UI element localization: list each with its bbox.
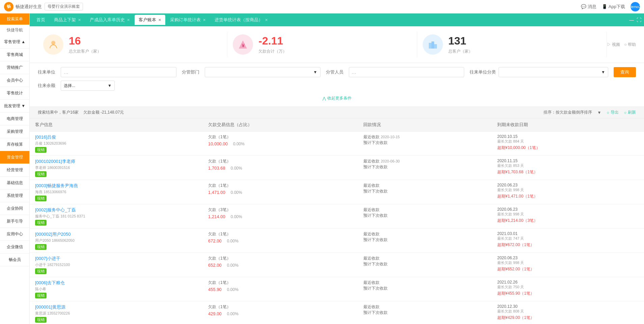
cell-customer-info: [000001]黄思源 黄思源 13552700226 现销 <box>30 301 203 324</box>
customer-contact: 陈小希 <box>35 287 197 292</box>
overdue-amount-link[interactable]: 超期¥1,214.00（3笔） <box>497 218 639 224</box>
customer-name-link[interactable]: [0016]吕俊 <box>35 134 197 140</box>
cell-due-date: 2020.06.23 最长欠款 998 天 超期¥652.00（1笔） <box>492 253 644 277</box>
customer-badge: 现销 <box>35 317 47 323</box>
owe-amount-value: 455.90 <box>208 287 222 292</box>
customer-name-link[interactable]: [0001020001]李老师 <box>35 158 197 165</box>
from-unit-input[interactable]: ... <box>61 67 176 77</box>
recover-next: 预计下次收款 <box>363 237 486 243</box>
customer-name-link[interactable]: [000001]黄思源 <box>35 304 197 310</box>
customer-name-link[interactable]: [0007]小进干 <box>35 256 197 262</box>
collapse-btn[interactable]: ⋀ 收起更多条件 <box>38 94 636 102</box>
overdue-amount-link[interactable]: 超期¥455.90（1笔） <box>497 291 639 296</box>
operations-label: 经营管理 <box>1 167 28 173</box>
sidebar-item-retail-mgmt[interactable]: 零售管理 ▲ <box>0 36 29 49</box>
video-btn[interactable]: ▷ 视频 <box>607 42 620 48</box>
recover-last: 最近收款 <box>363 304 486 310</box>
owe-amount-value: 1,471.00 <box>208 190 225 195</box>
recover-last: 最近收款 <box>363 183 486 188</box>
sidebar-item-inventory[interactable]: 库存核算 <box>0 138 29 151</box>
owe-percent: 0.00% <box>231 214 242 219</box>
tab-purchase-stats[interactable]: 采购订单统计表 ✕ <box>166 15 210 25</box>
query-btn[interactable]: 查询 <box>614 67 636 77</box>
next-payment-label: 预计下次收款 <box>363 237 388 242</box>
cell-recover: 最近收款 预计下次收款 <box>358 253 492 277</box>
sidebar-item-enterprise-wechat[interactable]: 企业微信 <box>0 241 29 254</box>
sidebar-item-marketing[interactable]: 营销推广 <box>0 61 29 74</box>
overdue-amount-link[interactable]: 超期¥1,703.68（1笔） <box>497 169 639 175</box>
svg-text:¥: ¥ <box>242 43 245 48</box>
owe-amount-value: 10,000.00 <box>208 141 228 146</box>
customer-name-link[interactable]: [0002]服务中心_丁磊 <box>35 207 197 213</box>
tab-home[interactable]: 首页 <box>32 15 49 25</box>
sidebar-item-app-center[interactable]: 应用中心 <box>0 228 29 241</box>
overdue-amount-link[interactable]: 超期¥672.00（1笔） <box>497 242 639 248</box>
dept-select[interactable]: ▼ <box>205 67 320 77</box>
tab-import-stats[interactable]: 进货单统计表（按商品） ✕ <box>211 15 272 25</box>
sidebar-item-system[interactable]: 系统管理 <box>0 189 29 202</box>
overdue-amount-link[interactable]: 超期¥652.00（1笔） <box>497 266 639 272</box>
sidebar-item-retail-store[interactable]: 零售商城 <box>0 49 29 61</box>
export-btn[interactable]: ○ 导出 <box>607 110 619 115</box>
cell-due-date: 2020.06.23 最长欠款 998 天 超期¥1,471.00（1笔） <box>492 180 644 204</box>
unit-class-select[interactable]: ▼ <box>499 67 608 77</box>
message-btn[interactable]: 💬 消息 <box>581 4 596 10</box>
owe-percent: 0.00% <box>227 239 239 243</box>
user-area[interactable]: demo2 <box>631 2 640 11</box>
store-selector[interactable]: 母婴行业演示账套 <box>45 3 83 10</box>
quick-nav-btn[interactable]: 快捷导航 <box>0 25 29 36</box>
tab-customer-account[interactable]: 客户账本 ✕ <box>135 15 165 25</box>
sidebar-item-retail-stats[interactable]: 零售统计 <box>0 87 29 100</box>
owe-row: 672.00 0.00% <box>208 238 353 243</box>
cell-customer-info: [0016]吕俊 吕俊 13026203696 现销 <box>30 131 203 156</box>
sidebar-item-new-guide[interactable]: 新手引导 <box>0 215 29 228</box>
sidebar-search-btn[interactable]: 搜索菜单 <box>0 13 29 25</box>
help-btn[interactable]: ○ 帮助 <box>624 42 636 48</box>
owe-row: 652.00 0.00% <box>208 263 353 268</box>
person-input[interactable]: ... <box>349 67 465 77</box>
cell-customer-info: [0001020001]李老师 李老师 18600391516 现销 <box>30 156 203 180</box>
sidebar-item-wholesale[interactable]: 批发管理 ▼ <box>0 100 29 113</box>
sidebar-item-purchase[interactable]: 采购管理 <box>0 125 29 138</box>
customer-name-link[interactable]: [0003]畅捷服务尹海燕 <box>35 183 197 189</box>
balance-select[interactable]: 选择... ▼ <box>61 81 115 91</box>
tab-product-shelf[interactable]: 商品上下架 ✕ <box>50 15 85 25</box>
customer-table: 客户信息 欠款交易信息（占比） 回款情况 到期未收款日期 [0016]吕俊 吕俊… <box>30 118 644 324</box>
overdue-amount-link[interactable]: 超期¥429.00（1笔） <box>497 315 639 321</box>
recover-next: 预计下次收款 <box>363 140 486 146</box>
cell-recover: 最近收款 预计下次收款 <box>358 204 492 229</box>
sidebar-item-vip[interactable]: 畅会员 <box>0 254 29 266</box>
overdue-amount-link[interactable]: 超期¥1,471.00（1笔） <box>497 194 639 199</box>
sidebar-item-operations[interactable]: 经营管理 <box>0 164 29 177</box>
table-row: [0003]畅捷服务尹海燕 海燕 18513066976 现销 欠款（1笔） 1… <box>30 180 644 204</box>
overdue-amount-link[interactable]: 超期¥10,000.00（1笔） <box>497 145 639 151</box>
refresh-btn[interactable]: ○ 刷新 <box>624 110 636 115</box>
tab-minimize-btn[interactable]: — <box>629 17 634 23</box>
close-tab-product-shelf[interactable]: ✕ <box>78 18 81 22</box>
cell-recover: 最近收款 2020-06-30 预计下次收款 <box>358 156 492 180</box>
tab-expand-btn[interactable]: ⛶ <box>637 17 641 23</box>
dept-label: 分管部门 <box>182 69 202 75</box>
last-payment-label: 最近收款 <box>363 256 380 261</box>
owe-count: 欠款（1笔） <box>208 158 353 164</box>
sidebar-item-finance[interactable]: 资金管理 <box>0 151 29 164</box>
sidebar-item-member[interactable]: 会员中心 <box>0 74 29 87</box>
tab-home-label: 首页 <box>36 17 45 23</box>
result-bar: 搜索结果中，客户16家 欠款金额 -21,148.07元 排序：按欠款金额倒序排… <box>30 107 644 118</box>
sidebar-item-ecommerce[interactable]: 电商管理 <box>0 113 29 125</box>
customer-name-link[interactable]: [000002]用户2050 <box>35 231 197 237</box>
sidebar-item-enterprise-collab[interactable]: 企业协同 <box>0 202 29 215</box>
download-btn[interactable]: 📱 App下载 <box>602 4 625 10</box>
close-tab-import-stats[interactable]: ✕ <box>265 18 268 22</box>
tab-product-history[interactable]: 产成品入库单历史 ✕ <box>86 15 134 25</box>
top-bar: 畅 畅捷通好生意 母婴行业演示账套 💬 消息 📱 App下载 demo2 <box>0 0 644 13</box>
close-tab-product-history[interactable]: ✕ <box>127 18 130 22</box>
next-payment-label: 预计下次收款 <box>363 310 388 315</box>
close-tab-purchase-stats[interactable]: ✕ <box>203 18 206 22</box>
customer-name-link[interactable]: [0006]去下粮仓 <box>35 280 197 286</box>
sidebar-item-basic-info[interactable]: 基础信息 <box>0 177 29 189</box>
recover-next: 预计下次收款 <box>363 261 486 267</box>
cell-recover: 最近收款 预计下次收款 <box>358 180 492 204</box>
next-payment-label: 预计下次收款 <box>363 165 388 169</box>
close-tab-customer-account[interactable]: ✕ <box>158 18 161 22</box>
